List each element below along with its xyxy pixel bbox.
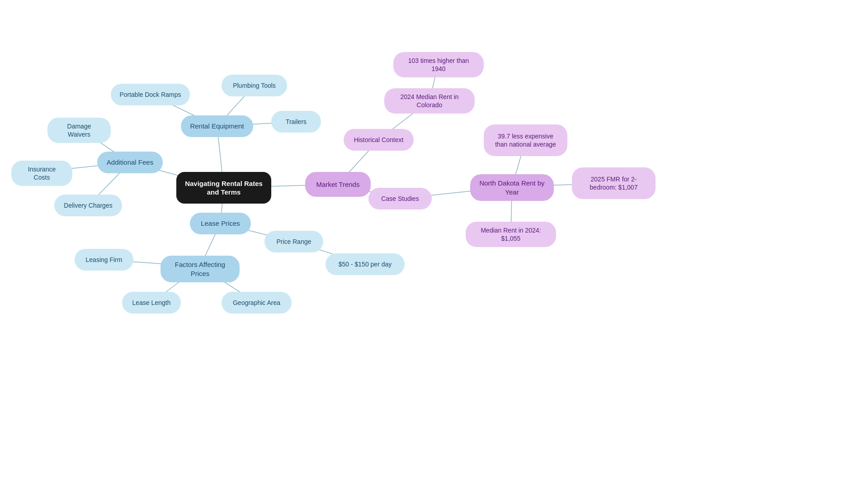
node-damage_waivers: Damage Waivers (47, 118, 111, 143)
node-label-price_range: Price Range (276, 238, 311, 246)
node-label-market_trends: Market Trends (316, 180, 360, 189)
node-lease_length: Lease Length (122, 292, 181, 314)
node-fmr_2025: 2025 FMR for 2-bedroom: $1,007 (572, 167, 656, 199)
node-trailers: Trailers (271, 111, 321, 133)
node-label-damage_waivers: Damage Waivers (56, 122, 103, 138)
node-median_rent_co: 2024 Median Rent in Colorado (384, 88, 475, 114)
node-label-fmr_2025: 2025 FMR for 2-bedroom: $1,007 (580, 175, 647, 191)
node-label-center: Navigating Rental Rates and Terms (184, 179, 263, 197)
node-price_value: $50 - $150 per day (326, 253, 405, 275)
node-label-nd_rent_by_year: North Dakota Rent by Year (478, 179, 546, 196)
node-times_higher: 103 times higher than 1940 (393, 52, 484, 77)
node-label-median_2024: Median Rent in 2024: $1,055 (474, 226, 548, 243)
node-label-plumbing_tools: Plumbing Tools (233, 81, 276, 90)
node-additional_fees: Additional Fees (97, 152, 163, 173)
node-less_expensive: 39.7 less expensive than national averag… (484, 124, 567, 156)
node-geographic_area: Geographic Area (222, 292, 292, 314)
node-case_studies: Case Studies (368, 188, 432, 209)
node-portable_dock_ramps: Portable Dock Ramps (111, 84, 190, 105)
node-median_2024: Median Rent in 2024: $1,055 (466, 222, 556, 247)
node-label-delivery_charges: Delivery Charges (64, 201, 112, 209)
mind-map: Navigating Rental Rates and TermsRental … (0, 0, 868, 490)
node-label-portable_dock_ramps: Portable Dock Ramps (119, 90, 181, 99)
node-label-times_higher: 103 times higher than 1940 (401, 57, 476, 73)
node-factors_affecting: Factors Affecting Prices (160, 256, 240, 282)
node-market_trends: Market Trends (305, 172, 371, 197)
node-label-rental_equipment: Rental Equipment (190, 122, 244, 131)
node-label-insurance_costs: Insurance Costs (19, 165, 64, 181)
node-label-trailers: Trailers (286, 118, 307, 126)
node-delivery_charges: Delivery Charges (54, 195, 122, 216)
node-nd_rent_by_year: North Dakota Rent by Year (470, 174, 554, 201)
node-label-less_expensive: 39.7 less expensive than national averag… (492, 132, 559, 148)
node-historical_context: Historical Context (344, 129, 414, 151)
node-insurance_costs: Insurance Costs (11, 161, 72, 186)
node-label-leasing_firm: Leasing Firm (86, 256, 123, 264)
node-label-lease_prices: Lease Prices (201, 219, 240, 228)
node-label-median_rent_co: 2024 Median Rent in Colorado (392, 93, 467, 109)
node-label-factors_affecting: Factors Affecting Prices (169, 260, 231, 278)
node-price_range: Price Range (264, 231, 323, 252)
node-lease_prices: Lease Prices (190, 213, 251, 234)
node-label-historical_context: Historical Context (354, 136, 404, 144)
node-rental_equipment: Rental Equipment (181, 115, 253, 137)
node-label-additional_fees: Additional Fees (107, 158, 153, 167)
node-label-price_value: $50 - $150 per day (339, 260, 392, 268)
node-label-geographic_area: Geographic Area (233, 299, 280, 307)
node-plumbing_tools: Plumbing Tools (222, 75, 287, 96)
node-label-case_studies: Case Studies (381, 195, 419, 203)
node-leasing_firm: Leasing Firm (75, 249, 133, 271)
node-center: Navigating Rental Rates and Terms (176, 172, 271, 204)
node-label-lease_length: Lease Length (132, 299, 171, 307)
